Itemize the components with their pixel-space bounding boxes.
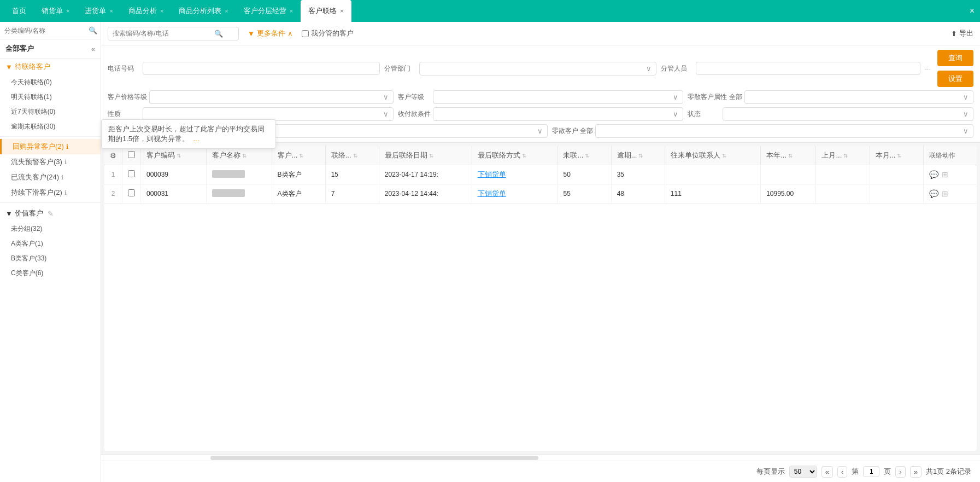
sidebar-item-classB[interactable]: B类客户(33)	[0, 251, 101, 266]
sidebar-search-icon[interactable]: 🔍	[89, 26, 97, 34]
nav-sales[interactable]: 销货单 ×	[34, 0, 77, 22]
sort-icon-contact2[interactable]: ⇅	[722, 153, 726, 159]
more-filter-button[interactable]: ▼ 更多条件 ∧	[243, 26, 297, 40]
sort-icon-lastmethod[interactable]: ⇅	[522, 153, 526, 159]
nav-home[interactable]: 首页	[4, 0, 34, 22]
sort-icon-level[interactable]: ⇅	[299, 153, 303, 159]
my-customer-checkbox[interactable]	[302, 30, 309, 37]
sort-icon-overdue[interactable]: ⇅	[638, 153, 643, 159]
th-code: 客户编码⇅	[141, 146, 207, 165]
sort-icon-lastdate[interactable]: ⇅	[429, 153, 433, 159]
nav-customer-contact-close[interactable]: ×	[340, 8, 343, 14]
nav-customer-tier[interactable]: 客户分层经营 ×	[236, 0, 301, 22]
sort-icon-contact[interactable]: ⇅	[353, 153, 357, 159]
nav-customer-tier-close[interactable]: ×	[290, 8, 293, 14]
sidebar-group-value[interactable]: ▼ 价值客户 ✎	[0, 205, 101, 222]
sort-icon-lastmonth[interactable]: ⇅	[843, 153, 848, 159]
group-title-label: 待联络客户	[15, 62, 50, 72]
window-close-button[interactable]: ×	[970, 6, 975, 16]
phone-input[interactable]	[143, 62, 380, 75]
per-page-select[interactable]: 50 100	[789, 466, 817, 478]
select-all-checkbox[interactable]	[128, 151, 135, 158]
nav-product-list-close[interactable]: ×	[225, 8, 228, 14]
row-last-date: 2023-04-17 14:19:	[379, 165, 472, 184]
price-level-select[interactable]: ∨	[149, 90, 394, 104]
last-method-link[interactable]: 下销货单	[478, 170, 506, 178]
last-method-link[interactable]: 下销货单	[478, 189, 506, 198]
edit-icon[interactable]: ✎	[48, 210, 54, 218]
sort-icon-thismonth[interactable]: ⇅	[897, 153, 901, 159]
per-page-label: 每页显示	[756, 467, 785, 477]
nav-purchase[interactable]: 进货单 ×	[77, 0, 120, 22]
sidebar-group-pending-contact[interactable]: ▼ 待联络客户	[0, 59, 101, 75]
action-chat-icon[interactable]: 💬	[929, 189, 938, 198]
settings-button[interactable]: 设置	[937, 71, 973, 87]
action-chat-icon[interactable]: 💬	[929, 170, 938, 179]
sidebar-item-repurchase-abnormal[interactable]: 回购异常客户(2) ℹ	[0, 139, 101, 154]
payment-select[interactable]: ∨	[433, 107, 684, 121]
sidebar-search-input[interactable]	[4, 27, 86, 34]
query-button[interactable]: 查询	[937, 50, 973, 66]
my-customer-checkbox-area[interactable]: 我分管的客户	[302, 28, 354, 38]
row-overdue: 48	[611, 184, 665, 204]
action-more-icon[interactable]: ⊞	[942, 170, 948, 179]
sort-icon-thisyear[interactable]: ⇅	[788, 153, 793, 159]
pagination-bar: 每页显示 50 100 « ‹ 第 页 › » 共1页 2条记录	[101, 461, 980, 482]
nav-sales-close[interactable]: ×	[66, 8, 69, 14]
page-number-input[interactable]	[863, 466, 879, 477]
row-checkbox[interactable]	[128, 189, 135, 196]
customer-table: ⚙ 客户编码⇅ 客户名称⇅ 客户...⇅	[104, 146, 977, 204]
nav-customer-contact[interactable]: 客户联络 ×	[301, 0, 351, 22]
first-page-button[interactable]: «	[821, 466, 833, 478]
search-input[interactable]	[113, 30, 211, 37]
action-more-icon[interactable]: ⊞	[942, 189, 948, 198]
table-row: 2 000031 A类客户 7 2023-04-12 14:44: 下销货单 5…	[104, 184, 977, 204]
person-dots[interactable]: ···	[923, 65, 933, 73]
scrollbar-thumb[interactable]	[210, 456, 538, 460]
sidebar-item-overdue[interactable]: 逾期未联络(30)	[0, 119, 101, 134]
price-level-label: 客户价格等级	[108, 92, 147, 102]
row-last-month	[816, 184, 870, 204]
sort-icon-name[interactable]: ⇅	[242, 153, 247, 159]
row-checkbox[interactable]	[128, 170, 135, 177]
nav-product-list[interactable]: 商品分析列表 ×	[171, 0, 236, 22]
sort-icon-uncontacted[interactable]: ⇅	[585, 153, 589, 159]
nav-product-analysis[interactable]: 商品分析 ×	[121, 0, 171, 22]
content-area: 🔍 ▼ 更多条件 ∧ 我分管的客户 ⬆ 导出 电话号码	[101, 22, 980, 482]
customer-level-select[interactable]: ∨	[433, 90, 684, 104]
next-page-button[interactable]: ›	[895, 466, 905, 478]
gear-icon[interactable]: ⚙	[110, 152, 116, 160]
horizontal-scrollbar[interactable]	[101, 454, 980, 461]
prev-page-button[interactable]: ‹	[837, 466, 847, 478]
row-checkbox-cell	[122, 165, 141, 184]
sidebar-item-classA[interactable]: A类客户(1)	[0, 236, 101, 251]
person-input[interactable]	[696, 62, 920, 75]
scatter-attr-select[interactable]: ∨	[744, 90, 973, 104]
sidebar-item-ungroup[interactable]: 未分组(32)	[0, 222, 101, 236]
data-table-area: ⚙ 客户编码⇅ 客户名称⇅ 客户...⇅	[104, 146, 977, 451]
row-this-year	[761, 165, 816, 184]
sidebar-item-churned[interactable]: 已流失客户(24) ℹ	[0, 170, 101, 185]
last-page-button[interactable]: »	[910, 466, 922, 478]
sidebar-item-declining[interactable]: 持续下滑客户(2) ℹ	[0, 185, 101, 200]
sidebar-item-7days[interactable]: 近7天待联络(0)	[0, 104, 101, 119]
row-code: 000031	[141, 184, 207, 204]
status-select[interactable]: ∨	[723, 107, 973, 121]
row-this-month	[870, 165, 923, 184]
filter-dept: 分管部门 ∨	[384, 62, 656, 76]
sidebar-item-classC[interactable]: C类客户(6)	[0, 266, 101, 281]
sidebar-item-today[interactable]: 今天待联络(0)	[0, 75, 101, 90]
dept-select[interactable]: ∨	[419, 62, 656, 76]
sidebar-collapse-icon[interactable]: «	[91, 45, 95, 53]
th-gear: ⚙	[104, 146, 122, 165]
chevron-down-icon-7: ∨	[963, 110, 969, 118]
export-button[interactable]: ⬆ 导出	[951, 28, 973, 38]
sidebar-item-churn-warning[interactable]: 流失预警客户(3) ℹ	[0, 154, 101, 170]
nav-product-analysis-close[interactable]: ×	[160, 8, 163, 14]
nav-purchase-close[interactable]: ×	[109, 8, 113, 14]
tooltip-more[interactable]: ...	[193, 135, 199, 143]
search-button[interactable]: 🔍	[214, 30, 223, 38]
scatter-customer-select[interactable]: ∨	[595, 124, 973, 138]
sidebar-item-tomorrow[interactable]: 明天待联络(1)	[0, 90, 101, 104]
sort-icon-code[interactable]: ⇅	[177, 153, 181, 159]
